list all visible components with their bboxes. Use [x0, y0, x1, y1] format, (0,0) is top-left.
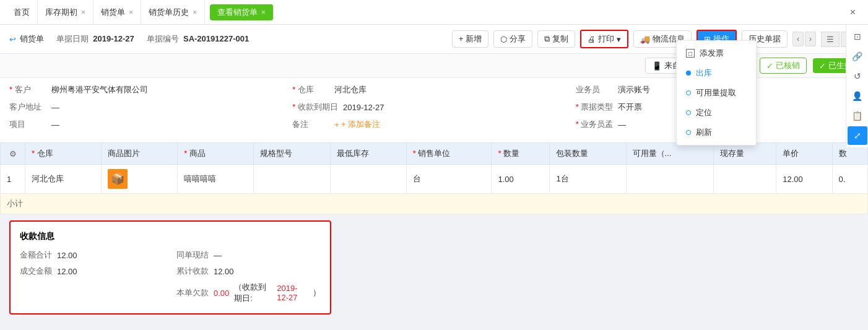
available-label: 可用量提取 [696, 87, 736, 98]
tab-inventory-init[interactable]: 库存期初 × [38, 0, 93, 25]
sidebar-icon-4[interactable]: 👤 [848, 87, 867, 105]
min-stock-col: 最低库存 [330, 143, 406, 165]
sidebar-icon-expand[interactable]: ⤢ [848, 126, 867, 145]
close-sales-order[interactable]: × [129, 8, 133, 17]
warehouse-col: 仓库 [25, 143, 102, 165]
doc-title: ↩ 销货单 [9, 33, 44, 45]
due-label: 本单欠款 [176, 287, 209, 298]
unit-col: 销售单位 [406, 143, 492, 165]
due-note-end: ） [313, 287, 321, 298]
row-stock [713, 165, 776, 194]
dropdown-locate[interactable]: 定位 [677, 103, 756, 123]
tab-view-sales[interactable]: 查看销货单 × [210, 4, 274, 20]
row-product: 嘻嘻嘻嘻 [178, 165, 254, 194]
warehouse-field: 仓库 河北仓库 [292, 84, 575, 95]
subtotal-row: 小计 [1, 194, 868, 214]
total-label: 金额合计 [20, 250, 52, 261]
qty-col: 数量 [492, 143, 550, 165]
ticket-value: 不开票 [618, 102, 642, 113]
payment-date-value: 2019-12-27 [343, 103, 384, 112]
row-unit: 台 [406, 165, 492, 194]
ops-dropdown: □ 添发票 出库 可用量提取 定位 刷新 [676, 40, 757, 145]
payment-date-label: 收款到期日 [292, 102, 338, 113]
row-warehouse: 河北仓库 [25, 165, 102, 194]
dropdown-add-invoice[interactable]: □ 添发票 [677, 43, 756, 63]
note-label: 备注 [292, 119, 329, 130]
due-date: 2019-12-27 [277, 284, 308, 302]
dropdown-warehouse-out[interactable]: 出库 [677, 63, 756, 83]
check2-icon: ✓ [819, 61, 826, 71]
nav-next[interactable]: › [805, 32, 816, 46]
sidebar-icon-2[interactable]: 🔗 [848, 47, 867, 66]
sidebar-icon-5[interactable]: 📋 [848, 106, 867, 125]
copy-icon: ⧉ [544, 34, 550, 44]
add-invoice-icon: □ [686, 49, 695, 58]
confirm-button[interactable]: ✓ 已核销 [760, 58, 807, 74]
dropdown-refresh[interactable]: 刷新 [677, 123, 756, 142]
doc-number-value: SA-20191227-001 [183, 34, 249, 43]
locate-icon [686, 110, 691, 115]
row-image: 📦 [102, 165, 178, 194]
close-sales-history[interactable]: × [193, 8, 197, 17]
transaction-value: 12.00 [57, 267, 77, 276]
doc-icon: ↩ [9, 35, 16, 44]
table-row: 1 河北仓库 📦 嘻嘻嘻嘻 台 1.00 1台 12.00 [1, 165, 868, 194]
close-view-sales[interactable]: × [261, 8, 266, 17]
print-chevron: ▾ [617, 35, 621, 44]
payment-title: 收款信息 [20, 231, 321, 242]
cumulative-value: 12.00 [214, 267, 234, 276]
row-price: 12.00 [776, 165, 832, 194]
new-button[interactable]: + 新增 [452, 30, 488, 48]
available-col: 可用量（... [626, 143, 713, 165]
copy-button[interactable]: ⧉ 复制 [537, 30, 575, 48]
address-field: 客户地址 — [9, 102, 292, 113]
share-button[interactable]: ⬡ 分享 [493, 30, 532, 48]
payment-date-field: 收款到期日 2019-12-27 [292, 102, 575, 113]
subtotal-label: 小计 [1, 194, 868, 214]
row-amount: 0. [832, 165, 867, 194]
address-value: — [51, 103, 59, 112]
print-button[interactable]: 🖨 打印 ▾ [580, 30, 628, 48]
tab-sales-label: 销货单 [101, 7, 125, 18]
check-icon: ✓ [766, 61, 773, 71]
doc-title-label: 销货单 [20, 33, 44, 45]
doc-number-label: 单据编号 SA-20191227-001 [147, 33, 249, 45]
product-image: 📦 [108, 169, 128, 189]
refresh-label: 刷新 [696, 127, 712, 138]
due-item: 本单欠款 0.00 （收款到期日: 2019-12-27 ） [176, 282, 321, 304]
sidebar-icon-1[interactable]: ⊡ [848, 27, 867, 46]
right-sidebar: ⊡ 🔗 ↺ 👤 📋 ⤢ [846, 25, 868, 147]
dropdown-available[interactable]: 可用量提取 [677, 83, 756, 103]
tab-home[interactable]: 首页 [6, 0, 38, 25]
customer-field: 客户 柳州粤港平安气体有限公司 [9, 84, 292, 95]
tab-sales-history[interactable]: 销货单历史 × [141, 0, 205, 25]
warehouse-value: 河北仓库 [334, 84, 367, 95]
tab-sales-order[interactable]: 销货单 × [93, 0, 141, 25]
ticket-label: 票据类型 [576, 102, 614, 113]
total-value: 12.00 [57, 251, 77, 260]
view-list[interactable]: ☰ [821, 32, 840, 47]
image-col: 商品图片 [102, 143, 178, 165]
project-field: 项目 — [9, 119, 292, 130]
settle-value: — [214, 251, 222, 260]
sales-staff-label: 业务员孟 [576, 119, 614, 130]
transaction-label: 成交金额 [20, 266, 52, 277]
window-close-button[interactable]: × [844, 7, 862, 18]
product-table-wrap: ⚙ 仓库 商品图片 商品 规格型号 最低库存 销售单位 数量 包装数量 可用量（… [0, 142, 868, 214]
project-value: — [51, 120, 59, 129]
nav-arrows: ‹ › [792, 32, 816, 46]
add-note-button[interactable]: + + 添加备注 [334, 119, 380, 130]
payment-info-box: 收款信息 金额合计 12.00 同单现结 — 成交金额 12.00 累计收款 1… [9, 220, 331, 315]
settle-item: 同单现结 — [176, 250, 321, 261]
settings-col[interactable]: ⚙ [1, 143, 25, 165]
row-pack-qty: 1台 [550, 165, 626, 194]
staff-value: 演示账号 [618, 84, 650, 95]
close-inventory-init[interactable]: × [81, 8, 85, 17]
nav-prev[interactable]: ‹ [792, 32, 804, 46]
tab-bar: 首页 库存期初 × 销货单 × 销货单历史 × 查看销货单 × × [0, 0, 868, 25]
truck-icon: 🚚 [640, 35, 650, 44]
warehouse-out-icon [686, 71, 691, 76]
sidebar-icon-3[interactable]: ↺ [848, 67, 867, 85]
product-table: ⚙ 仓库 商品图片 商品 规格型号 最低库存 销售单位 数量 包装数量 可用量（… [0, 142, 868, 214]
row-available [626, 165, 713, 194]
